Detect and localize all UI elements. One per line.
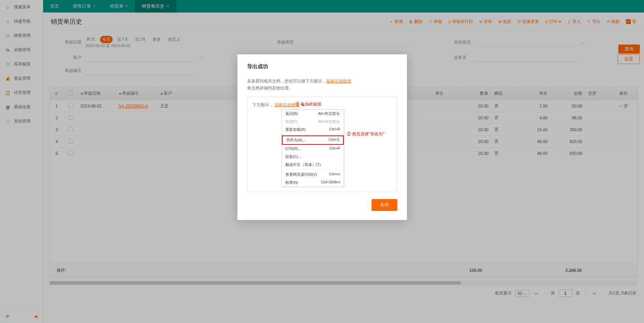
ctx-item-8: 检查(N)Ctrl+Shift+I <box>282 179 344 187</box>
ctx-item-6: 翻成中文（简体）(T) <box>282 161 344 169</box>
context-menu: 返回(B)Alt+向左箭头前进(F)Alt+向右箭头重新加载(R)Ctrl+R另… <box>282 109 344 187</box>
export-success-modal: 导出成功 若未看到相关文档，您也可以按下方图示，鼠标右击链接 将文档存储到其他位… <box>237 54 407 220</box>
ctx-item-0: 返回(B)Alt+向左箭头 <box>282 110 344 118</box>
ctx-item-1: 前进(F)Alt+向右箭头 <box>282 118 344 126</box>
note-2: ② 然后选择"另存为" <box>347 131 384 137</box>
ctx-item-3: 另存为(A)...Ctrl+S <box>282 135 344 145</box>
modal-text: 若未看到相关文档，您也可以按下方图示，鼠标右击链接 将文档存储到其他位置。 <box>247 78 397 92</box>
ctx-item-7: 查看网页源代码(V)Ctrl+U <box>282 171 344 179</box>
ctx-item-2: 重新加载(R)Ctrl+R <box>282 126 344 134</box>
close-button[interactable]: 关闭 <box>372 199 397 211</box>
instruction-diagram: 下方图示，鼠标右击链接 ↖ ① 右击此链接 返回(B)Alt+向左箭头前进(F)… <box>247 97 397 192</box>
ctx-item-4: 打印(P)...Ctrl+P <box>282 145 344 153</box>
ctx-item-5: 投射(C)... <box>282 153 344 161</box>
right-click-link[interactable]: 鼠标右击链接 <box>326 79 351 84</box>
note-1: ① 右击此链接 <box>295 101 321 107</box>
modal-title: 导出成功 <box>247 63 397 70</box>
